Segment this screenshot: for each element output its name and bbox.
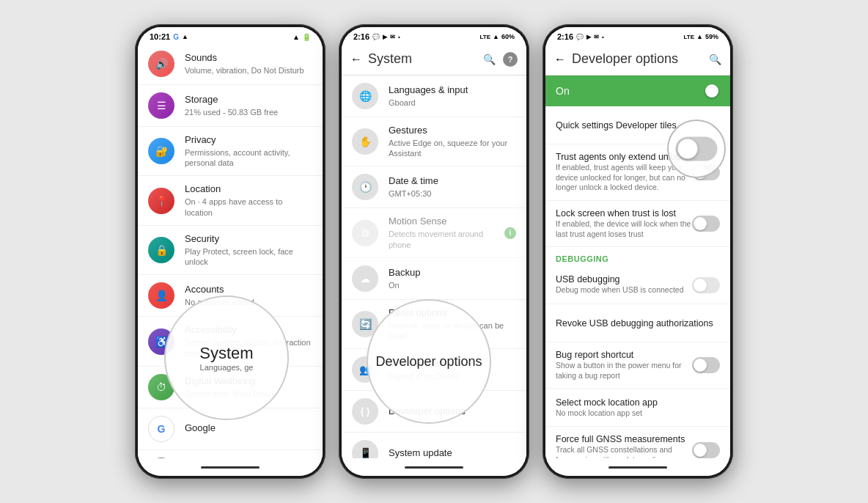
datetime-sub: GMT+05:30 <box>389 188 516 199</box>
privacy-subtitle: Permissions, account activity, personal … <box>185 147 312 169</box>
phones-container: 10:21 G ▲ ▲ 🔋 🔊 Sounds Volume, vibration… <box>120 10 748 493</box>
gnss-sub: Track all GNSS constellations and freque… <box>556 445 692 458</box>
phone3-battery: 59% <box>705 33 718 40</box>
phone2-app-header: ← System 🔍 ? <box>342 43 526 76</box>
backup-title: Backup <box>389 267 516 279</box>
security-title: Security <box>185 233 312 246</box>
system-gestures[interactable]: ✋ GesturesActive Edge on, squeeze for yo… <box>342 117 526 166</box>
revokeusb-title: Revoke USB debugging authorizations <box>556 318 720 328</box>
storage-text: Storage 21% used - 50.83 GB free <box>185 94 312 117</box>
debugging-section-label: DEBUGGING <box>545 247 730 266</box>
lockscreen-sub: If enabled, the device will lock when th… <box>556 219 692 239</box>
phone1-time: 10:21 <box>150 32 170 41</box>
setting-system[interactable]: ⚙ System Languages, gestures, backup <box>138 450 323 458</box>
dev-mocklocation[interactable]: Select mock location app No mock locatio… <box>545 389 730 427</box>
system-update[interactable]: 📱 System update <box>342 433 526 458</box>
storage-subtitle: 21% used - 50.83 GB free <box>185 107 312 117</box>
phone2-time: 2:16 <box>353 32 369 41</box>
google-text: Google <box>185 422 312 435</box>
phone2-back-icon[interactable]: ← <box>350 53 362 66</box>
phone1-signal-icon: ▲ <box>182 33 188 40</box>
phone1-nav-indicator <box>201 466 260 469</box>
phone3-header-title: Developer options <box>572 51 709 67</box>
system-motion[interactable]: ⚙ Motion SenseDetects movement around ph… <box>342 208 526 257</box>
google-icon: G <box>148 416 174 442</box>
lockscreen-title: Lock screen when trust is lost <box>556 208 692 219</box>
phone3-nav-indicator <box>608 466 667 469</box>
bugreport-sub: Show a button in the power menu for taki… <box>556 361 692 381</box>
motion-title: Motion Sense <box>389 216 504 228</box>
developer-icon: { } <box>352 398 378 425</box>
sounds-text: Sounds Volume, vibration, Do Not Disturb <box>185 52 312 76</box>
phone3-wa-icon: 💬 <box>576 34 584 40</box>
sounds-subtitle: Volume, vibration, Do Not Disturb <box>185 65 312 76</box>
usb-circle-toggle[interactable] <box>676 137 718 161</box>
mocklocation-sub: No mock location app set <box>556 408 720 419</box>
phone3-time: 2:16 <box>557 32 573 41</box>
phone2-nav-indicator <box>405 466 463 469</box>
dev-gnss[interactable]: Force full GNSS measurements Track all G… <box>545 427 730 458</box>
dev-on-bar: On <box>545 76 730 106</box>
phone-3: 2:16 💬 ▶ ✉ • LTE ▲ 59% ← Developer optio… <box>542 24 733 479</box>
accounts-icon: 👤 <box>148 282 174 309</box>
google-title: Google <box>185 422 312 435</box>
motion-info-icon[interactable]: i <box>504 227 516 239</box>
privacy-title: Privacy <box>185 134 312 147</box>
phone2-circle-highlight: Developer options <box>367 299 491 424</box>
languages-icon: 🌐 <box>352 83 378 109</box>
lockscreen-toggle[interactable] <box>692 216 720 232</box>
phone3-yt-icon: ▶ <box>586 34 591 40</box>
security-subtitle: Play Protect, screen lock, face unlock <box>185 246 312 268</box>
gestures-icon: ✋ <box>352 128 378 155</box>
dev-lockscreen[interactable]: Lock screen when trust is lost If enable… <box>545 201 730 247</box>
phone3-search-icon[interactable]: 🔍 <box>709 54 721 65</box>
usbdebug-toggle[interactable] <box>692 277 720 293</box>
circle1-main: System <box>199 344 253 363</box>
phone2-signal: ▲ <box>493 33 499 40</box>
circle2-main: Developer options <box>375 354 482 370</box>
security-text: Security Play Protect, screen lock, face… <box>185 233 312 267</box>
phone1-wifi-icon: ▲ <box>293 33 300 41</box>
setting-storage[interactable]: ☰ Storage 21% used - 50.83 GB free <box>138 85 323 127</box>
setting-privacy[interactable]: 🔐 Privacy Permissions, account activity,… <box>138 127 323 176</box>
dev-usbdebug[interactable]: USB debugging Debug mode when USB is con… <box>545 266 730 304</box>
backup-sub: On <box>389 280 516 290</box>
system-languages[interactable]: 🌐 Languages & inputGboard <box>342 76 526 117</box>
phone2-bottom-bar <box>342 458 526 476</box>
phone3-bottom-bar <box>545 458 730 476</box>
phone3-msg-icon: ✉ <box>594 34 599 40</box>
backup-icon: ☁ <box>352 265 378 292</box>
gestures-title: Gestures <box>389 125 516 137</box>
phone2-dot-icon: • <box>398 34 400 40</box>
security-icon: 🔒 <box>148 237 174 263</box>
system-datetime[interactable]: 🕐 Date & timeGMT+05:30 <box>342 166 526 208</box>
phone2-msg-icon: ✉ <box>390 34 395 40</box>
phone2-help-icon[interactable]: ? <box>503 52 518 67</box>
location-subtitle: On · 4 apps have access to location <box>185 197 312 218</box>
phone3-lte: LTE <box>684 34 695 40</box>
phone2-search-icon[interactable]: 🔍 <box>483 54 496 65</box>
sounds-title: Sounds <box>185 52 312 65</box>
phone2-status-bar: 2:16 💬 ▶ ✉ • LTE ▲ 60% <box>342 27 526 43</box>
system-backup[interactable]: ☁ BackupOn <box>342 258 526 300</box>
phone1-g-icon: G <box>173 33 179 41</box>
phone3-app-header: ← Developer options 🔍 <box>545 43 730 76</box>
bugreport-toggle[interactable] <box>692 357 720 373</box>
system-icon: ⚙ <box>148 458 174 458</box>
setting-location[interactable]: 📍 Location On · 4 apps have access to lo… <box>138 176 323 225</box>
dev-revokeusb[interactable]: Revoke USB debugging authorizations <box>545 304 730 342</box>
lockscreen-toggle-thumb <box>694 217 707 230</box>
dev-bugreport[interactable]: Bug report shortcut Show a button in the… <box>545 342 730 389</box>
circle1-sub: Languages, ge <box>200 363 254 372</box>
setting-security[interactable]: 🔒 Security Play Protect, screen lock, fa… <box>138 226 323 275</box>
dev-master-toggle[interactable] <box>692 83 720 99</box>
systemupdate-title: System update <box>389 447 516 458</box>
phone2-wa-icon: 💬 <box>372 34 380 40</box>
languages-sub: Gboard <box>389 98 516 108</box>
usbdebug-title: USB debugging <box>556 274 692 284</box>
setting-sounds[interactable]: 🔊 Sounds Volume, vibration, Do Not Distu… <box>138 43 323 85</box>
gnss-toggle[interactable] <box>692 442 720 458</box>
phone1-circle-highlight: System Languages, ge <box>164 295 289 420</box>
location-text: Location On · 4 apps have access to loca… <box>185 183 312 217</box>
phone3-back-icon[interactable]: ← <box>554 53 566 66</box>
